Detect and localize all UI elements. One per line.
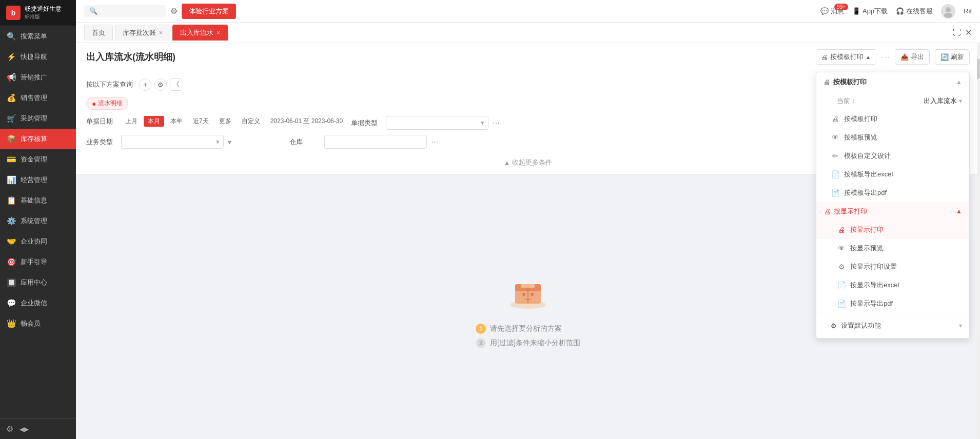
logo-icon: b bbox=[6, 6, 21, 20]
collapse-more-label: 收起更多条件 bbox=[512, 158, 552, 167]
business-type-select[interactable] bbox=[121, 135, 224, 149]
eye-icon: 👁 bbox=[831, 133, 840, 142]
sidebar-item-operation[interactable]: 📊 经营管理 bbox=[0, 170, 76, 190]
sidebar-item-marketing[interactable]: 📢 营销推广 bbox=[0, 67, 76, 88]
print-template-button[interactable]: 🖨 按模板打印 ▲ bbox=[816, 49, 876, 65]
card-icon: 💳 bbox=[6, 154, 16, 165]
chart-icon: 📊 bbox=[6, 175, 16, 185]
dp-template-export-pdf[interactable]: 📄 按模板导出pdf bbox=[816, 184, 969, 202]
dp-display-export-excel[interactable]: 📄 按显示导出excel bbox=[816, 276, 969, 294]
tab-inout-flow-label: 出入库流水 bbox=[180, 28, 213, 37]
display-section-header[interactable]: 🖨 按显示打印 ▲ bbox=[816, 202, 969, 221]
sidebar-item-appcenter[interactable]: 🔲 应用中心 bbox=[0, 272, 76, 293]
sidebar-item-system[interactable]: ⚙️ 系统管理 bbox=[0, 211, 76, 231]
tab-inventory-batch[interactable]: 库存批次账 × bbox=[115, 25, 170, 41]
dp-display-preview[interactable]: 👁 按显示预览 bbox=[816, 239, 969, 257]
filter-settings-button[interactable]: ⚙ bbox=[154, 78, 167, 91]
message-icon: 💬 bbox=[820, 7, 829, 15]
dp-display-print-settings[interactable]: ⚙ 按显示打印设置 bbox=[816, 257, 969, 276]
date-btn-current-month[interactable]: 本月 bbox=[144, 116, 164, 127]
sidebar-item-inventory[interactable]: 📦 库存核算 bbox=[0, 129, 76, 149]
dp-template-export-excel[interactable]: 📄 按模板导出excel bbox=[816, 165, 969, 184]
message-button[interactable]: 💬 消息 99+ bbox=[820, 7, 844, 16]
tab-home[interactable]: 首页 bbox=[84, 25, 113, 41]
dp-set-default-label: 设置默认功能 bbox=[841, 321, 881, 330]
megaphone-icon: 📢 bbox=[6, 72, 16, 83]
handshake-icon: 🤝 bbox=[6, 236, 16, 247]
dropdown-current-template: 当前： 出入库流水 ▾ bbox=[816, 92, 969, 110]
user-avatar[interactable] bbox=[941, 4, 955, 18]
search-input[interactable] bbox=[100, 8, 161, 15]
svg-point-9 bbox=[531, 293, 534, 296]
current-arrow-icon: ▾ bbox=[959, 97, 962, 105]
sidebar-nav: 🔍 搜索菜单 ⚡ 快捷导航 📢 营销推广 💰 销售管理 🛒 采购管理 📦 bbox=[0, 26, 76, 418]
doc-type-more-btn[interactable]: ⋯ bbox=[493, 119, 500, 127]
flash-icon: ⚡ bbox=[6, 52, 16, 62]
sidebar-item-search[interactable]: 🔍 搜索菜单 bbox=[0, 26, 76, 47]
business-type-more-btn[interactable]: ▾ bbox=[228, 138, 231, 146]
sidebar-item-guide[interactable]: 🎯 新手引导 bbox=[0, 252, 76, 272]
dp-set-default-button[interactable]: ⚙ 设置默认功能 ▾ bbox=[824, 318, 962, 333]
sidebar-item-sales[interactable]: 💰 销售管理 bbox=[0, 88, 76, 108]
settings-bottom-icon[interactable]: ⚙ bbox=[6, 424, 13, 434]
right-scrollbar[interactable] bbox=[977, 43, 980, 439]
date-btn-custom[interactable]: 自定义 bbox=[238, 116, 264, 127]
dp-template-export-pdf-label: 按模板导出pdf bbox=[844, 188, 887, 197]
display-section-arrow: ▲ bbox=[956, 208, 962, 215]
date-label: 单据日期 bbox=[86, 117, 117, 126]
collapse-more-button[interactable]: ▲ 收起更多条件 bbox=[504, 158, 553, 167]
close-tab-area-icon[interactable]: ✕ bbox=[965, 28, 972, 37]
refresh-button[interactable]: 🔄 刷新 bbox=[935, 49, 970, 65]
industry-solution-button[interactable]: 体验行业方案 bbox=[182, 4, 236, 19]
settings-gear-icon[interactable]: ⚙ bbox=[170, 6, 178, 16]
date-btn-current-year[interactable]: 本年 bbox=[166, 116, 187, 127]
fluid-tag[interactable]: ● 流水明细 bbox=[86, 97, 128, 110]
phone-icon: 📱 bbox=[852, 7, 860, 15]
dp-display-print[interactable]: 🖨 按显示打印 bbox=[816, 221, 969, 239]
empty-state: ① 请先选择要分析的方案 ② 用[过滤]条件来缩小分析范围 bbox=[476, 266, 580, 348]
tab-close-inout-flow[interactable]: × bbox=[217, 29, 220, 36]
export-button[interactable]: 📤 导出 bbox=[895, 49, 930, 65]
doc-type-select[interactable] bbox=[386, 116, 488, 130]
logo-sub: 标准版 bbox=[25, 13, 62, 21]
dp-template-preview[interactable]: 👁 按模板预览 bbox=[816, 128, 969, 147]
right-scrollbar-thumb[interactable] bbox=[977, 58, 980, 79]
sidebar-item-cooperation[interactable]: 🤝 企业协同 bbox=[0, 231, 76, 252]
display-section-title: 🖨 按显示打印 bbox=[824, 207, 867, 216]
top-search-box[interactable]: 🔍 bbox=[84, 5, 166, 17]
dropdown-collapse-icon[interactable]: ▲ bbox=[956, 78, 962, 86]
filter-collapse-button[interactable]: 《 bbox=[170, 78, 182, 91]
date-btn-last-month[interactable]: 上月 bbox=[121, 116, 142, 127]
tab-inout-flow[interactable]: 出入库流水 × bbox=[172, 25, 228, 41]
sidebar-item-finance[interactable]: 💳 资金管理 bbox=[0, 149, 76, 170]
dp-template-print[interactable]: 🖨 按模板打印 bbox=[816, 110, 969, 128]
maximize-icon[interactable]: ⛶ bbox=[953, 28, 961, 37]
step-2-label: 用[过滤]条件来缩小分析范围 bbox=[490, 338, 580, 348]
online-service-button[interactable]: 🎧 在线客服 bbox=[896, 7, 933, 16]
step-number-1: ① bbox=[476, 324, 486, 334]
fluid-tag-icon: ● bbox=[92, 99, 96, 108]
warehouse-more-btn[interactable]: ⋯ bbox=[431, 138, 438, 146]
dp-display-preview-label: 按显示预览 bbox=[850, 244, 884, 253]
dropdown-title: 🖨 按模板打印 bbox=[824, 77, 867, 87]
tab-close-inventory-batch[interactable]: × bbox=[159, 29, 163, 36]
dp-template-custom[interactable]: ✏ 模板自定义设计 bbox=[816, 147, 969, 165]
sidebar-item-basic[interactable]: 📋 基础信息 bbox=[0, 190, 76, 211]
app-download-button[interactable]: 📱 App下载 bbox=[852, 7, 888, 16]
date-btn-last-7-days[interactable]: 近7天 bbox=[189, 116, 213, 127]
sidebar-item-quick-nav[interactable]: ⚡ 快捷导航 bbox=[0, 47, 76, 67]
dp-display-export-pdf[interactable]: 📄 按显示导出pdf bbox=[816, 294, 969, 313]
date-btn-more[interactable]: 更多 bbox=[215, 116, 236, 127]
step-number-2: ② bbox=[476, 338, 486, 348]
warehouse-input[interactable] bbox=[324, 135, 427, 149]
dp-template-custom-label: 模板自定义设计 bbox=[844, 151, 891, 161]
sidebar-item-purchase[interactable]: 🛒 采购管理 bbox=[0, 108, 76, 129]
sidebar-item-member[interactable]: 👑 畅会员 bbox=[0, 313, 76, 334]
arrow-down-icon-footer: ▾ bbox=[959, 322, 962, 329]
filter-add-button[interactable]: + bbox=[139, 78, 151, 91]
empty-illustration bbox=[502, 266, 554, 317]
date-range-display: 2023-06-01 至 2023-06-30 bbox=[270, 117, 343, 126]
search-icon: 🔍 bbox=[6, 31, 16, 42]
sidebar-item-wechat[interactable]: 💬 企业微信 bbox=[0, 293, 76, 313]
collapse-sidebar-icon[interactable]: ◀▶ bbox=[19, 426, 29, 433]
